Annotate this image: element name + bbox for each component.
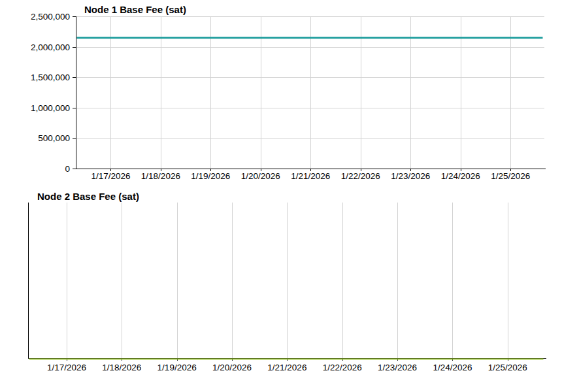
y-tick-label: 500,000: [38, 133, 70, 143]
node2-plot-area: 1/17/20261/18/20261/19/20261/20/20261/21…: [0, 186, 562, 392]
x-tick-label: 1/25/2026: [491, 171, 530, 181]
x-tick-label: 1/19/2026: [191, 171, 230, 181]
x-tick-label: 1/21/2026: [291, 171, 330, 181]
x-tick-label: 1/20/2026: [212, 363, 252, 372]
x-tick-label: 1/17/2026: [47, 363, 86, 372]
x-tick-label: 1/24/2026: [441, 171, 480, 181]
x-tick-label: 1/17/2026: [91, 171, 130, 181]
x-tick-label: 1/19/2026: [157, 363, 197, 372]
x-gridlines-and-labels: 1/17/20261/18/20261/19/20261/20/20261/21…: [47, 203, 527, 372]
y-tick-label: 2,500,000: [31, 12, 70, 22]
x-tick-label: 1/23/2026: [378, 363, 417, 372]
x-tick-label: 1/23/2026: [391, 171, 430, 181]
x-gridlines-and-labels: 1/17/20261/18/20261/19/20261/20/20261/21…: [91, 16, 530, 181]
y-tick-label: 2,000,000: [31, 42, 70, 52]
x-tick-label: 1/21/2026: [267, 363, 306, 372]
y-tick-label: 1,000,000: [31, 103, 70, 113]
y-tick-label: 1,500,000: [31, 73, 70, 82]
x-tick-label: 1/22/2026: [323, 363, 362, 372]
y-gridlines-and-labels: 0500,0001,000,0001,500,0002,000,0002,500…: [31, 12, 544, 174]
x-tick-label: 1/25/2026: [488, 363, 527, 372]
node1-plot-area: 0500,0001,000,0001,500,0002,000,0002,500…: [0, 0, 562, 186]
x-tick-label: 1/18/2026: [102, 363, 141, 372]
node1-base-fee-chart: Node 1 Base Fee (sat) 0500,0001,000,0001…: [0, 0, 562, 186]
x-tick-label: 1/18/2026: [141, 171, 180, 181]
x-tick-label: 1/24/2026: [433, 363, 472, 372]
x-tick-label: 1/22/2026: [341, 171, 380, 181]
node2-base-fee-chart: Node 2 Base Fee (sat) 1/17/20261/18/2026…: [0, 186, 562, 392]
y-tick-label: 0: [65, 164, 70, 174]
x-tick-label: 1/20/2026: [241, 171, 280, 181]
